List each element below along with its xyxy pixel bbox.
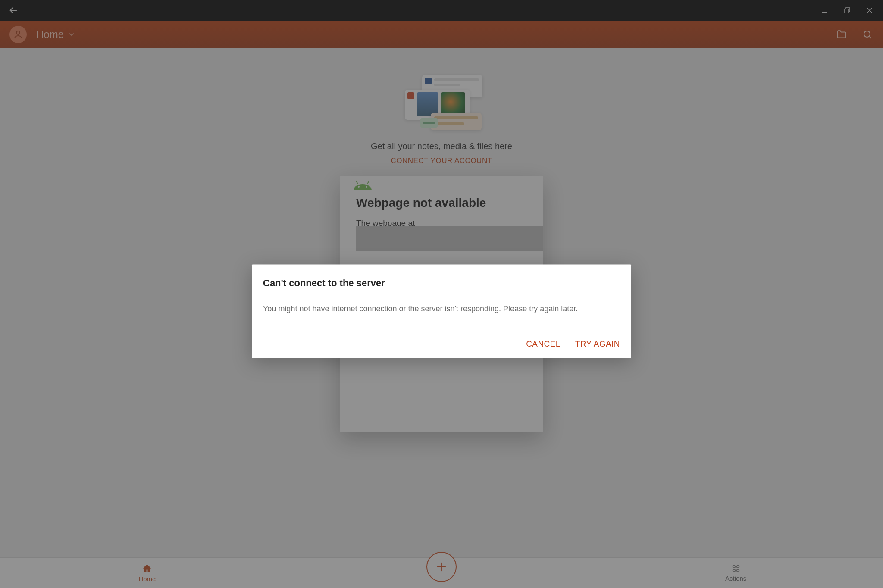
connection-error-dialog: Can't connect to the server You might no…	[252, 265, 631, 358]
dialog-actions: CANCEL TRY AGAIN	[263, 339, 620, 349]
cancel-button[interactable]: CANCEL	[526, 339, 560, 349]
dialog-title: Can't connect to the server	[263, 278, 620, 289]
try-again-button[interactable]: TRY AGAIN	[575, 339, 620, 349]
dialog-body: You might not have internet connection o…	[263, 304, 620, 313]
